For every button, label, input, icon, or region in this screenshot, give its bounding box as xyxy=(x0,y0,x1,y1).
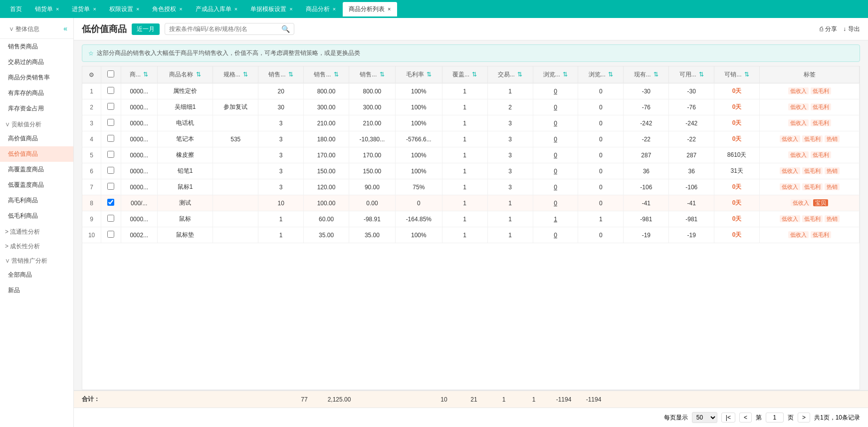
sidebar-item-all-products[interactable]: 全部商品 xyxy=(0,267,73,283)
table-row[interactable]: 5 0000... 橡皮擦 3 170.00 170.00 100% 1 3 0… xyxy=(82,147,860,163)
table-row[interactable]: 4 0000... 笔记本 535 3 180.00 -10,380... -5… xyxy=(82,131,860,147)
period-tag-button[interactable]: 近一月 xyxy=(132,23,160,35)
close-icon[interactable]: × xyxy=(289,6,292,12)
col-sales-qty[interactable]: 销售... ⇅ xyxy=(258,66,304,83)
sidebar-item-low-profit[interactable]: 低毛利商品 xyxy=(0,208,73,224)
row-browse1[interactable]: 0 xyxy=(533,131,578,147)
export-button[interactable]: ↓ 导出 xyxy=(843,25,860,33)
col-spec[interactable]: 规格... ⇅ xyxy=(213,66,258,83)
sidebar-item-low-value[interactable]: 低价值商品 xyxy=(0,146,73,162)
row-checkbox-cell[interactable] xyxy=(101,147,121,163)
col-settings[interactable]: ⚙ xyxy=(82,66,101,83)
close-icon[interactable]: × xyxy=(93,6,96,12)
sidebar-item-category-sales[interactable]: 商品分类销售率 xyxy=(0,70,73,85)
search-input[interactable] xyxy=(169,25,279,32)
table-row[interactable]: 3 0000... 电话机 3 210.00 210.00 100% 1 3 0… xyxy=(82,115,860,131)
row-checkbox[interactable] xyxy=(107,151,114,158)
sidebar-item-traded-products[interactable]: 交易过的商品 xyxy=(0,54,73,70)
row-checkbox[interactable] xyxy=(107,87,114,94)
table-row[interactable]: 8 000/... 测试 10 100.00 0.00 0 1 1 0 0 -4… xyxy=(82,195,860,211)
row-checkbox[interactable] xyxy=(107,183,114,190)
row-browse1[interactable]: 1 xyxy=(533,211,578,227)
search-icon[interactable]: 🔍 xyxy=(281,25,290,33)
row-checkbox-cell[interactable] xyxy=(101,131,121,147)
sidebar-group-circulation[interactable]: > 流通性分析 xyxy=(0,224,73,238)
nav-roles[interactable]: 角色授权 × xyxy=(146,2,188,16)
page-size-select[interactable]: 50 100 200 xyxy=(692,412,717,423)
first-page-button[interactable]: |< xyxy=(721,413,735,423)
col-transaction[interactable]: 交易... ⇅ xyxy=(487,66,533,83)
table-row[interactable]: 1 0000... 属性定价 20 800.00 800.00 100% 1 1… xyxy=(82,83,860,99)
sidebar-item-stocked-products[interactable]: 有库存的商品 xyxy=(0,85,73,101)
col-coverage[interactable]: 覆盖... ⇅ xyxy=(442,66,487,83)
nav-permissions[interactable]: 权限设置 × xyxy=(103,2,145,16)
page-input[interactable] xyxy=(766,413,784,423)
row-checkbox[interactable] xyxy=(107,231,114,238)
row-checkbox[interactable] xyxy=(107,199,114,206)
sidebar-item-new-products[interactable]: 新品 xyxy=(0,283,73,298)
row-checkbox[interactable] xyxy=(107,215,114,222)
select-all-checkbox[interactable] xyxy=(107,70,114,77)
row-checkbox[interactable] xyxy=(107,103,114,110)
close-icon[interactable]: × xyxy=(56,6,59,12)
row-checkbox[interactable] xyxy=(107,167,114,174)
col-gross-margin[interactable]: 毛利率 ⇅ xyxy=(395,66,442,83)
col-code[interactable]: 商... ⇅ xyxy=(121,66,157,83)
row-browse1[interactable]: 0 xyxy=(533,99,578,115)
table-row[interactable]: 7 0000... 鼠标1 3 120.00 90.00 75% 1 3 0 0… xyxy=(82,179,860,195)
table-row[interactable]: 9 0000... 鼠标 1 60.00 -98.91 -164.85% 1 1… xyxy=(82,211,860,227)
row-checkbox-cell[interactable] xyxy=(101,179,121,195)
sidebar-group-growth[interactable]: > 成长性分析 xyxy=(0,238,73,253)
nav-template[interactable]: 单据模板设置 × xyxy=(244,2,298,16)
close-icon[interactable]: × xyxy=(333,6,336,12)
row-checkbox-cell[interactable] xyxy=(101,195,121,211)
col-sales-amount[interactable]: 销售... ⇅ xyxy=(349,66,396,83)
nav-product-analysis[interactable]: 商品分析 × xyxy=(300,2,342,16)
row-browse1[interactable]: 0 xyxy=(533,115,578,131)
row-browse1[interactable]: 0 xyxy=(533,163,578,179)
sidebar-item-sales-products[interactable]: 销售类商品 xyxy=(0,39,73,54)
row-checkbox-cell[interactable] xyxy=(101,99,121,115)
nav-purchase[interactable]: 进货单 × xyxy=(66,2,102,16)
sidebar-item-high-coverage[interactable]: 高覆盖度商品 xyxy=(0,162,73,177)
col-available-stock[interactable]: 可用... ⇅ xyxy=(669,66,714,83)
sidebar-item-high-profit[interactable]: 高毛利商品 xyxy=(0,193,73,208)
row-browse1[interactable]: 0 xyxy=(533,147,578,163)
row-browse1[interactable]: 0 xyxy=(533,83,578,99)
col-checkbox[interactable] xyxy=(101,66,121,83)
row-checkbox-cell[interactable] xyxy=(101,83,121,99)
col-current-stock[interactable]: 现有... ⇅ xyxy=(624,66,669,83)
row-checkbox-cell[interactable] xyxy=(101,115,121,131)
nav-home[interactable]: 首页 xyxy=(4,2,28,16)
close-icon[interactable]: × xyxy=(234,6,237,12)
sidebar-item-stock-capital[interactable]: 库存资金占用 xyxy=(0,101,73,116)
row-browse1[interactable]: 0 xyxy=(533,179,578,195)
table-row[interactable]: 2 0000... 吴细细1 参加复试 30 300.00 300.00 100… xyxy=(82,99,860,115)
collapse-button[interactable]: « xyxy=(61,22,69,34)
next-page-button[interactable]: > xyxy=(798,413,810,423)
nav-sales[interactable]: 销货单 × xyxy=(29,2,65,16)
nav-product-warehouse[interactable]: 产成品入库单 × xyxy=(190,2,243,16)
close-icon[interactable]: × xyxy=(136,6,139,12)
row-browse1[interactable]: 0 xyxy=(533,195,578,211)
table-row[interactable]: 6 0000... 铅笔1 3 150.00 150.00 100% 1 3 0… xyxy=(82,163,860,179)
sidebar-item-high-value[interactable]: 高价值商品 xyxy=(0,131,73,146)
col-browse1[interactable]: 浏览... ⇅ xyxy=(533,66,578,83)
row-checkbox[interactable] xyxy=(107,135,114,142)
col-sellable[interactable]: 可销... ⇅ xyxy=(714,66,760,83)
row-checkbox[interactable] xyxy=(107,119,114,126)
close-icon[interactable]: × xyxy=(388,6,391,12)
close-icon[interactable]: × xyxy=(179,6,182,12)
row-browse1[interactable]: 0 xyxy=(533,227,578,243)
col-name[interactable]: 商品名称 ⇅ xyxy=(157,66,213,83)
sidebar-item-low-coverage[interactable]: 低覆盖度商品 xyxy=(0,177,73,193)
row-checkbox-cell[interactable] xyxy=(101,227,121,243)
share-button[interactable]: ⎙ 分享 xyxy=(820,25,837,33)
row-checkbox-cell[interactable] xyxy=(101,163,121,179)
nav-product-analysis-list[interactable]: 商品分析列表 × xyxy=(343,2,397,16)
table-row[interactable]: 10 0002... 鼠标垫 1 35.00 35.00 100% 1 1 0 … xyxy=(82,227,860,243)
col-sales-price[interactable]: 销售... ⇅ xyxy=(304,66,349,83)
row-checkbox-cell[interactable] xyxy=(101,211,121,227)
prev-page-button[interactable]: < xyxy=(739,413,752,423)
col-browse2[interactable]: 浏览... ⇅ xyxy=(578,66,624,83)
